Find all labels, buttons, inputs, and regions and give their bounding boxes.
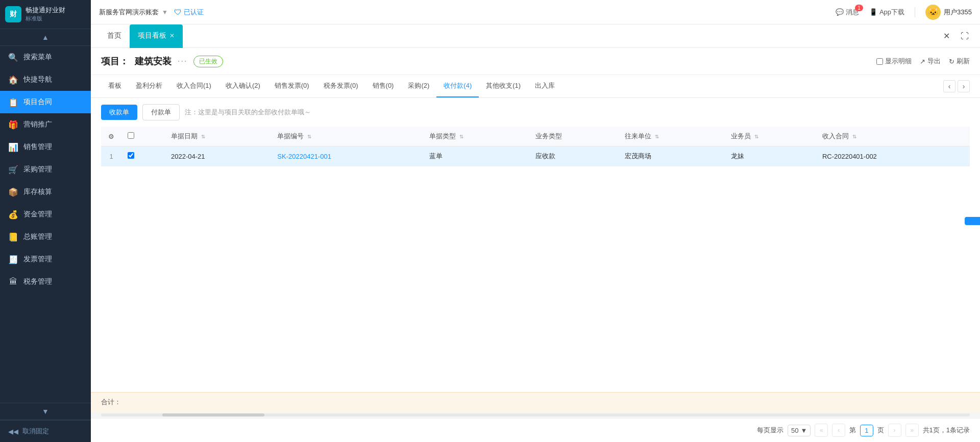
sub-nav-profit-label: 盈利分析	[136, 82, 162, 89]
table-row: 1 2022-04-21 SK-20220421-001 蓝单 应收款 宏茂商场…	[101, 146, 970, 166]
summary-label: 合计：	[101, 398, 121, 407]
sidebar-item-inventory[interactable]: 📦 库存核算	[0, 181, 91, 203]
row-checkbox	[121, 146, 165, 166]
sub-nav-next[interactable]: ›	[958, 80, 970, 92]
sub-nav-sales[interactable]: 销售(0)	[365, 75, 401, 97]
scrollbar-area	[91, 412, 980, 418]
per-page-label: 每页显示	[757, 426, 783, 435]
sidebar: 财 畅捷通好业财 标准版 ▲ 🔍 搜索菜单 🏠 快捷导航 📋 项目合同 🎁 营销…	[0, 0, 91, 442]
th-number-label: 单据编号	[277, 132, 304, 140]
tab-kanban[interactable]: 项目看板 ✕	[130, 24, 183, 48]
close-window-button[interactable]: ✕	[939, 29, 953, 43]
sub-nav-prev[interactable]: ‹	[943, 80, 955, 92]
sidebar-subtitle: 标准版	[26, 15, 65, 22]
msg-badge: 1	[855, 5, 863, 11]
search-icon: 🔍	[8, 52, 18, 62]
scrollbar-track[interactable]	[101, 413, 970, 416]
show-detail-label: 显示明细	[885, 57, 912, 66]
sub-nav-tax-invoice[interactable]: 税务发票(0)	[316, 75, 365, 97]
show-detail-checkbox[interactable]: 显示明细	[876, 57, 912, 66]
sub-nav-purchase[interactable]: 采购(2)	[401, 75, 436, 97]
th-income-contract-label: 收入合同	[822, 132, 849, 140]
last-page-button[interactable]: »	[905, 424, 919, 437]
sort-icon: ⇅	[754, 134, 758, 139]
tab-home[interactable]: 首页	[99, 24, 130, 48]
sub-nav-receipt-label: 收付款(4)	[444, 82, 472, 89]
refresh-button[interactable]: ↻ 刷新	[949, 57, 970, 66]
next-page-button[interactable]: ›	[888, 424, 901, 437]
total-records: 共1页，1条记录	[923, 426, 970, 435]
topbar-project-name: 新服务官网演示账套	[99, 8, 159, 17]
sidebar-item-invoice[interactable]: 🧾 发票管理	[0, 248, 91, 271]
data-table: ⚙ 单据日期 ⇅ 单据编号 ⇅	[101, 127, 970, 166]
topbar-messages[interactable]: 💬 消息 1	[836, 8, 859, 17]
sidebar-item-sales[interactable]: 📊 销售管理	[0, 136, 91, 158]
show-detail-input[interactable]	[876, 58, 883, 65]
app-label: App下载	[879, 8, 904, 17]
topbar-app-download[interactable]: 📱 App下载	[869, 8, 904, 17]
sidebar-unpin[interactable]: ◀◀ 取消固定	[0, 420, 91, 442]
topbar-project-selector[interactable]: 新服务官网演示账套 ▼	[99, 8, 168, 17]
sidebar-item-purchase[interactable]: 🛒 采购管理	[0, 158, 91, 181]
sub-nav: 看板 盈利分析 收入合同(1) 收入确认(2) 销售发票(0) 税务发票(0) …	[91, 75, 980, 98]
sub-nav-other-expense[interactable]: 其他收支(1)	[479, 75, 528, 97]
sidebar-item-shortcut[interactable]: 🏠 快捷导航	[0, 68, 91, 91]
sidebar-item-contract[interactable]: 📋 项目合同	[0, 91, 91, 113]
row-type: 蓝单	[423, 146, 529, 166]
payment-btn[interactable]: 付款单	[142, 104, 180, 120]
sidebar-item-finance[interactable]: 💰 资金管理	[0, 203, 91, 226]
sidebar-item-ledger[interactable]: 📒 总账管理	[0, 226, 91, 248]
tab-close-icon[interactable]: ✕	[169, 32, 175, 39]
row-select-checkbox[interactable]	[128, 152, 134, 159]
sidebar-scroll-down[interactable]: ▼	[39, 405, 52, 418]
th-income-contract[interactable]: 收入合同 ⇅	[816, 127, 970, 146]
sidebar-item-marketing-label: 营销推广	[23, 120, 52, 129]
main-area: 新服务官网演示账套 ▼ 🛡 已认证 💬 消息 1 📱 App下载 🐱 用户335…	[91, 0, 980, 442]
topbar-user[interactable]: 🐱 用户3355	[925, 5, 972, 20]
scrollbar-thumb[interactable]	[162, 413, 264, 416]
sidebar-item-tax[interactable]: 🏛 税务管理	[0, 271, 91, 293]
sub-nav-sales-invoice-label: 销售发票(0)	[275, 82, 309, 89]
row-biz-type: 应收款	[529, 146, 619, 166]
th-biz-type-label: 业务类型	[535, 132, 562, 140]
row-number-link[interactable]: SK-20220421-001	[277, 153, 331, 160]
contract-icon: 📋	[8, 97, 18, 107]
th-partner[interactable]: 往来单位 ⇅	[619, 127, 725, 146]
sidebar-item-ledger-label: 总账管理	[23, 232, 52, 241]
th-settings[interactable]: ⚙	[101, 127, 121, 146]
select-all-checkbox[interactable]	[128, 132, 134, 139]
feedback-button[interactable]: 反馈	[965, 217, 980, 225]
sidebar-logo: 财	[5, 6, 21, 22]
sub-nav-profit[interactable]: 盈利分析	[129, 75, 169, 97]
sub-nav-warehouse-label: 出入库	[535, 82, 555, 89]
home-icon: 🏠	[8, 75, 18, 85]
per-page-select[interactable]: 50 ▼	[788, 425, 811, 436]
project-more-icon[interactable]: ···	[178, 57, 187, 66]
topbar: 新服务官网演示账套 ▼ 🛡 已认证 💬 消息 1 📱 App下载 🐱 用户335…	[91, 0, 980, 24]
current-page[interactable]: 1	[860, 425, 873, 436]
th-date[interactable]: 单据日期 ⇅	[165, 127, 271, 146]
first-page-button[interactable]: «	[815, 424, 828, 437]
th-salesman[interactable]: 业务员 ⇅	[725, 127, 816, 146]
sub-nav-kanban-label: 看板	[108, 82, 121, 89]
sub-nav-sales-invoice[interactable]: 销售发票(0)	[267, 75, 316, 97]
sub-nav-receipt[interactable]: 收付款(4)	[436, 75, 479, 97]
tax-icon: 🏛	[8, 277, 18, 287]
sidebar-scroll-up[interactable]: ▲	[39, 31, 52, 43]
sub-nav-warehouse[interactable]: 出入库	[528, 75, 562, 97]
first-page-icon: «	[820, 427, 823, 434]
prev-page-button[interactable]: ‹	[832, 424, 845, 437]
export-button[interactable]: ↗ 导出	[920, 57, 941, 66]
sort-icon: ⇅	[852, 134, 856, 139]
maximize-window-button[interactable]: ⛶	[958, 29, 972, 43]
sidebar-item-marketing[interactable]: 🎁 营销推广	[0, 113, 91, 136]
th-number[interactable]: 单据编号 ⇅	[271, 127, 423, 146]
th-type[interactable]: 单据类型 ⇅	[423, 127, 529, 146]
gift-icon: 🎁	[8, 119, 18, 130]
sidebar-item-search[interactable]: 🔍 搜索菜单	[0, 46, 91, 68]
sub-nav-kanban[interactable]: 看板	[101, 75, 129, 97]
receipt-btn[interactable]: 收款单	[101, 105, 137, 120]
sub-nav-income-confirm[interactable]: 收入确认(2)	[218, 75, 267, 97]
sub-nav-income-contract[interactable]: 收入合同(1)	[169, 75, 218, 97]
sidebar-item-invoice-label: 发票管理	[23, 255, 52, 264]
